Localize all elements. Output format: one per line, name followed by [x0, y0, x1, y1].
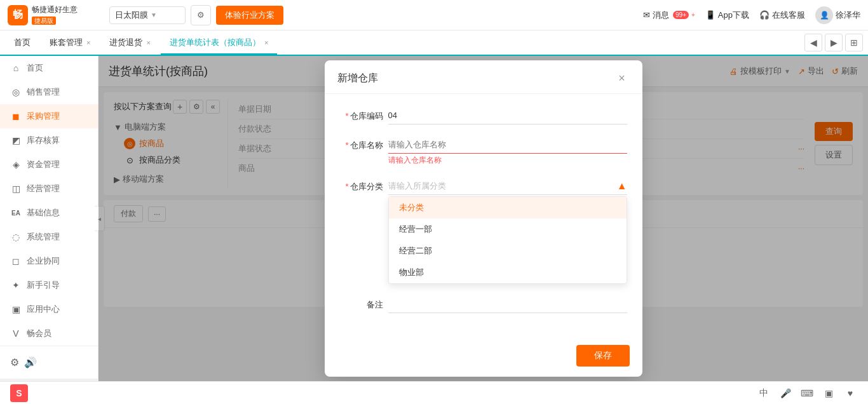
- enterprise-icon: ◻: [10, 255, 22, 267]
- home-icon: ⌂: [10, 62, 22, 74]
- tab-expand-button[interactable]: ⊞: [845, 34, 863, 51]
- sidebar-item-enterprise[interactable]: ◻ 企业协同: [0, 249, 98, 273]
- tab-purchase-return-label: 进货退货: [109, 37, 142, 48]
- guide-icon: ✦: [10, 279, 22, 291]
- sidebar-item-home[interactable]: ⌂ 首页: [0, 56, 98, 80]
- sidebar-item-finance[interactable]: ◈ 资金管理: [0, 152, 98, 177]
- tab-home[interactable]: 首页: [5, 32, 39, 55]
- tabs-bar: 首页 账套管理 × 进货退货 × 进货单统计表（按商品） × ◀ ▶ ⊞: [0, 30, 868, 56]
- warehouse-name-input[interactable]: [388, 136, 627, 154]
- dropdown-item-dept1[interactable]: 经营一部: [389, 219, 627, 240]
- main-wrapper: ⌂ 首页 ◎ 销售管理 ◼ 采购管理 ◩ 库存核算 ◈ 资金管理 ◫ 经营管理: [0, 56, 868, 381]
- warehouse-category-control: ▲ 未分类 经营一部 经营二部 物业部: [388, 177, 627, 284]
- sidebar-item-member[interactable]: V 畅会员: [0, 321, 98, 346]
- tab-close-icon-3[interactable]: ×: [264, 39, 268, 46]
- search-chevron-icon: ▼: [151, 11, 157, 18]
- tab-prev-button[interactable]: ◀: [804, 34, 822, 51]
- mic-icon[interactable]: 🎤: [778, 386, 793, 401]
- dialog-title: 新增仓库: [337, 72, 378, 85]
- dialog-body: *仓库编码 *仓库名称 请输入仓库名称: [325, 94, 642, 337]
- tab-close-icon-2[interactable]: ×: [146, 39, 150, 46]
- sidebar-wrapper: ⌂ 首页 ◎ 销售管理 ◼ 采购管理 ◩ 库存核算 ◈ 资金管理 ◫ 经营管理: [0, 56, 98, 381]
- chinese-input-icon[interactable]: 中: [756, 386, 771, 401]
- form-row-notes: 备注: [340, 295, 627, 313]
- warehouse-category-input[interactable]: [388, 177, 617, 194]
- app-download-button[interactable]: 📱 App下载: [705, 10, 749, 21]
- form-row-category: *仓库分类 ▲ 未分类 经营一部 经营二部: [340, 177, 627, 284]
- warehouse-category-label: *仓库分类: [340, 177, 383, 192]
- warehouse-code-label: *仓库编码: [340, 107, 383, 122]
- inventory-icon: ◩: [10, 135, 22, 146]
- category-input-wrapper: ▲: [388, 177, 627, 195]
- warehouse-code-input[interactable]: [388, 107, 627, 125]
- search-selector[interactable]: 日太阳膜 ▼: [109, 6, 186, 24]
- bottom-right: 中 🎤 ⌨ ▣ ♥: [756, 386, 858, 401]
- system-icon: ◌: [10, 231, 22, 243]
- save-button[interactable]: 保存: [576, 345, 630, 367]
- online-service-button[interactable]: 🎧 在线客服: [759, 10, 805, 21]
- warehouse-name-label: *仓库名称: [340, 136, 383, 151]
- tab-purchase-return[interactable]: 进货退货 ×: [100, 32, 159, 55]
- form-row-code: *仓库编码: [340, 107, 627, 125]
- finance-icon: ◈: [10, 159, 22, 170]
- tab-purchase-stats-label: 进货单统计表（按商品）: [170, 37, 261, 48]
- messages-button[interactable]: ✉ 消息 99+ +: [643, 10, 695, 21]
- sidebar-item-guide[interactable]: ✦ 新手引导: [0, 273, 98, 297]
- dialog-footer: 保存: [325, 337, 642, 377]
- trial-button[interactable]: 体验行业方案: [216, 6, 283, 25]
- content-area: 进货单统计(按商品) 🖨 按模板打印 ▼ ↗ 导出 ↺ 刷新: [98, 56, 868, 381]
- header-search-area: 日太阳膜 ▼ ⚙ 体验行业方案: [109, 5, 637, 25]
- warehouse-name-error: 请输入仓库名称: [388, 155, 627, 166]
- bottom-left: S: [10, 384, 28, 402]
- sidebar-bottom: ⚙ 🔊: [0, 346, 98, 379]
- category-toggle-icon[interactable]: ▲: [617, 180, 627, 192]
- sales-icon: ◎: [10, 86, 22, 98]
- tab-next-button[interactable]: ▶: [825, 34, 843, 51]
- top-header: 畅 畅捷通好生意 捷易版 日太阳膜 ▼ ⚙ 体验行业方案 ✉ 消息 99+ + …: [0, 0, 868, 30]
- sidebar-item-basic[interactable]: EA 基础信息: [0, 201, 98, 225]
- tab-close-icon[interactable]: ×: [86, 39, 90, 46]
- notes-label: 备注: [340, 295, 383, 311]
- notes-control: [388, 295, 627, 313]
- form-row-name: *仓库名称 请输入仓库名称: [340, 136, 627, 166]
- tabs-controls: ◀ ▶ ⊞: [804, 34, 863, 51]
- screen-icon[interactable]: ▣: [821, 386, 836, 401]
- dialog-close-button[interactable]: ×: [614, 71, 630, 86]
- bottom-bar: S 中 🎤 ⌨ ▣ ♥: [0, 381, 868, 404]
- basic-icon: EA: [10, 207, 22, 219]
- settings-icon[interactable]: ⚙: [10, 356, 19, 368]
- tab-account-management[interactable]: 账套管理 ×: [41, 32, 99, 55]
- sidebar-item-purchase[interactable]: ◼ 采购管理: [0, 104, 98, 128]
- dropdown-item-dept2[interactable]: 经营二部: [389, 240, 627, 262]
- dialog-header: 新增仓库 ×: [325, 60, 642, 94]
- user-avatar: 👤: [815, 6, 833, 24]
- volume-icon[interactable]: 🔊: [24, 356, 37, 368]
- gear-button[interactable]: ⚙: [191, 5, 211, 25]
- message-icon: ✉: [643, 10, 650, 20]
- dropdown-item-uncategorized[interactable]: 未分类: [389, 197, 627, 219]
- phone-icon: 📱: [705, 10, 715, 20]
- sidebar-item-system[interactable]: ◌ 系统管理: [0, 225, 98, 249]
- keyboard-icon[interactable]: ⌨: [799, 386, 815, 401]
- sidebar-item-apps[interactable]: ▣ 应用中心: [0, 297, 98, 321]
- warehouse-name-control: 请输入仓库名称: [388, 136, 627, 166]
- tab-account-label: 账套管理: [50, 37, 83, 48]
- category-dropdown: 未分类 经营一部 经营二部 物业部: [388, 196, 627, 284]
- user-profile[interactable]: 👤 徐泽华: [815, 6, 860, 24]
- purchase-icon: ◼: [10, 111, 22, 122]
- dropdown-item-dept3[interactable]: 物业部: [389, 262, 627, 283]
- app-logo-icon: 畅: [8, 5, 28, 25]
- operation-icon: ◫: [10, 183, 22, 194]
- tab-purchase-stats[interactable]: 进货单统计表（按商品） ×: [161, 32, 277, 55]
- sidebar-item-sales[interactable]: ◎ 销售管理: [0, 80, 98, 104]
- sidebar-item-inventory[interactable]: ◩ 库存核算: [0, 128, 98, 152]
- sidebar-item-operation[interactable]: ◫ 经营管理: [0, 177, 98, 201]
- header-right: ✉ 消息 99+ + 📱 App下载 🎧 在线客服 👤 徐泽华: [643, 6, 860, 24]
- notes-input[interactable]: [388, 295, 627, 313]
- dialog-add-warehouse: 新增仓库 × *仓库编码: [325, 60, 642, 377]
- tab-home-label: 首页: [14, 37, 31, 48]
- wifi-icon[interactable]: ♥: [843, 386, 858, 401]
- logo-text: 畅捷通好生意 捷易版: [32, 4, 78, 25]
- logo-area: 畅 畅捷通好生意 捷易版: [8, 4, 103, 25]
- member-icon: V: [10, 328, 22, 339]
